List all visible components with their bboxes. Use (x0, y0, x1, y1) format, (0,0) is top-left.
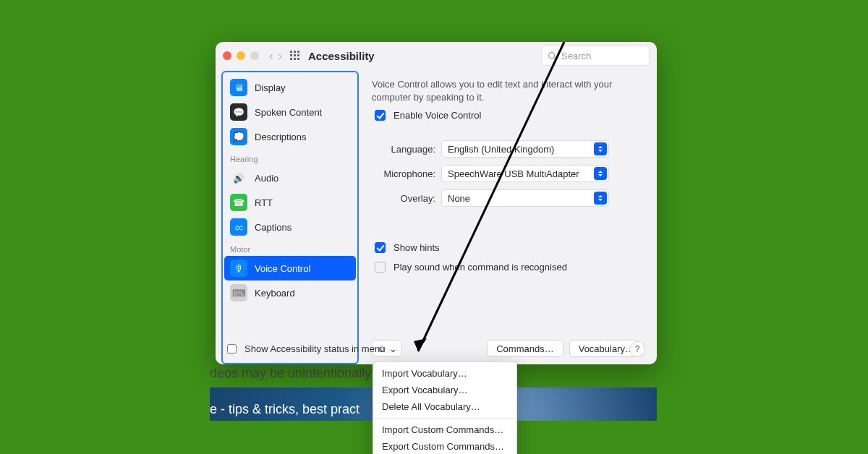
help-button[interactable]: ? (629, 341, 645, 357)
overlay-select[interactable]: None (441, 189, 609, 207)
checkbox-label: Enable Voice Control (393, 110, 481, 121)
checkbox-icon[interactable] (375, 110, 386, 121)
svg-rect-8 (297, 58, 299, 60)
sidebar-item-voice-control[interactable]: 🎙Voice Control (224, 256, 356, 280)
svg-rect-5 (297, 54, 299, 56)
more-actions-menu: Import Vocabulary… Export Vocabulary… De… (373, 361, 517, 454)
sidebar-category-hearing: Hearing (224, 149, 356, 166)
row-microphone: Microphone: SpeechWare USB MultiAdapter (372, 165, 644, 182)
chevron-updown-icon (594, 192, 607, 205)
menu-export-custom-commands[interactable]: Export Custom Commands… (373, 438, 516, 454)
microphone-select[interactable]: SpeechWare USB MultiAdapter (441, 165, 609, 182)
language-label: Language: (372, 144, 435, 155)
select-value: None (448, 193, 470, 204)
background-text-2: e - tips & tricks, best pract (210, 402, 359, 417)
overlay-label: Overlay: (372, 193, 435, 204)
sidebar-item-label: Captions (255, 222, 292, 233)
close-icon[interactable] (223, 51, 231, 60)
voice-control-icon: 🎙 (230, 260, 247, 277)
checkbox-label: Show Accessibility status in menu (244, 343, 385, 354)
menu-delete-all-vocabulary[interactable]: Delete All Vocabulary… (373, 398, 516, 415)
window-title: Accessibility (308, 50, 375, 62)
menu-export-vocabulary[interactable]: Export Vocabulary… (373, 382, 516, 398)
sidebar-category-motor: Motor (224, 239, 356, 256)
sidebar-item-label: Voice Control (255, 263, 310, 274)
keyboard-icon: ⌨ (230, 284, 247, 301)
titlebar: ‹ › Accessibility Search (216, 42, 657, 69)
zoom-icon[interactable] (250, 51, 259, 60)
preferences-window: ‹ › Accessibility Search 🖥Display 💬Spoke… (216, 42, 657, 364)
sidebar-item-keyboard[interactable]: ⌨Keyboard (224, 280, 356, 305)
sidebar-item-label: RTT (255, 197, 273, 208)
forward-icon[interactable]: › (278, 48, 282, 64)
descriptions-icon: 💭 (230, 128, 247, 145)
sidebar: 🖥Display 💬Spoken Content 💭Descriptions H… (221, 71, 359, 364)
search-icon (548, 51, 557, 61)
show-status-checkbox[interactable]: Show Accessibility status in menu (224, 342, 385, 356)
display-icon: 🖥 (230, 79, 247, 96)
checkbox-label: Play sound when command is recognised (393, 262, 567, 273)
show-all-icon[interactable] (289, 50, 301, 61)
menu-separator (373, 418, 516, 419)
enable-voice-control-checkbox[interactable]: Enable Voice Control (372, 108, 644, 123)
speech-bubble-icon: 💬 (230, 103, 247, 121)
chevron-updown-icon (594, 142, 607, 155)
sidebar-item-display[interactable]: 🖥Display (224, 75, 356, 100)
svg-rect-1 (294, 51, 296, 53)
show-hints-checkbox[interactable]: Show hints (372, 240, 644, 255)
sidebar-item-captions[interactable]: ㏄Captions (224, 215, 356, 239)
svg-rect-4 (294, 54, 296, 56)
sidebar-item-label: Descriptions (255, 132, 307, 142)
sidebar-item-rtt[interactable]: ☎RTT (224, 190, 356, 215)
svg-rect-2 (297, 51, 299, 53)
sidebar-item-label: Display (255, 82, 286, 93)
sidebar-item-label: Audio (255, 173, 278, 184)
intro-text: Voice Control allows you to edit text an… (372, 78, 644, 103)
back-icon[interactable]: ‹ (269, 48, 273, 64)
pane-voice-control: Voice Control allows you to edit text an… (359, 69, 657, 364)
svg-rect-0 (290, 51, 292, 53)
select-value: English (United Kingdom) (448, 144, 554, 155)
minimize-icon[interactable] (237, 51, 245, 60)
traffic-lights[interactable] (223, 51, 259, 60)
captions-icon: ㏄ (230, 218, 247, 236)
svg-rect-3 (290, 54, 292, 56)
svg-line-10 (554, 57, 556, 59)
sidebar-item-label: Spoken Content (255, 107, 322, 118)
sidebar-item-audio[interactable]: 🔊Audio (224, 166, 356, 190)
play-sound-checkbox[interactable]: Play sound when command is recognised (372, 260, 644, 275)
sidebar-item-label: Keyboard (255, 288, 295, 299)
sidebar-item-spoken-content[interactable]: 💬Spoken Content (224, 100, 356, 124)
checkbox-label: Show hints (393, 242, 440, 253)
row-overlay: Overlay: None (372, 189, 644, 207)
checkbox-icon[interactable] (375, 242, 386, 253)
row-language: Language: English (United Kingdom) (372, 140, 644, 158)
checkbox-icon[interactable] (227, 344, 237, 354)
search-placeholder: Search (561, 51, 591, 61)
svg-point-9 (549, 52, 555, 58)
menu-import-custom-commands[interactable]: Import Custom Commands… (373, 421, 516, 438)
nav-arrows[interactable]: ‹ › (269, 48, 282, 64)
svg-rect-7 (294, 58, 296, 60)
language-select[interactable]: English (United Kingdom) (441, 140, 609, 158)
menu-import-vocabulary[interactable]: Import Vocabulary… (373, 365, 516, 382)
microphone-label: Microphone: (372, 168, 435, 179)
chevron-updown-icon (594, 167, 607, 180)
svg-rect-6 (290, 58, 292, 60)
speaker-icon: 🔊 (230, 169, 247, 187)
commands-button[interactable]: Commands… (487, 340, 563, 357)
select-value: SpeechWare USB MultiAdapter (448, 168, 579, 179)
sidebar-item-descriptions[interactable]: 💭Descriptions (224, 124, 356, 149)
rtt-icon: ☎ (230, 194, 247, 211)
search-input[interactable]: Search (541, 46, 650, 66)
checkbox-icon[interactable] (375, 262, 386, 273)
